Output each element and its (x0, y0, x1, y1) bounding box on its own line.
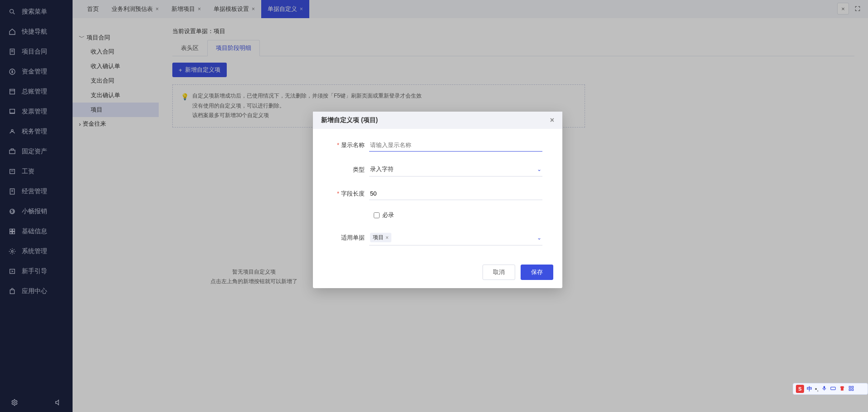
field-row-applyto: 适用单据 项目 × ⌄ (333, 230, 542, 245)
required-label: 必录 (382, 211, 394, 219)
add-custom-modal: 新增自定义项 (项目) × *显示名称 类型 录入字符 ⌄ *字段长度 (313, 112, 562, 288)
ime-skin-icon[interactable] (839, 385, 845, 393)
display-name-input[interactable] (369, 139, 542, 152)
required-checkbox[interactable] (374, 212, 380, 218)
modal-header: 新增自定义项 (项目) × (313, 112, 562, 129)
type-select[interactable]: 录入字符 ⌄ (369, 162, 542, 177)
modal-title: 新增自定义项 (项目) (321, 116, 378, 124)
chevron-down-icon: ⌄ (537, 166, 541, 172)
ime-tool-icon[interactable] (848, 385, 854, 393)
save-button[interactable]: 保存 (521, 265, 553, 280)
cancel-label: 取消 (493, 269, 505, 275)
ime-lang[interactable]: 中 (807, 385, 812, 393)
svg-rect-25 (824, 386, 825, 389)
ime-punct-icon[interactable]: •, (815, 386, 819, 392)
field-row-length: *字段长度 (333, 187, 542, 200)
applyto-tag-label: 项目 (373, 234, 384, 241)
field-row-required: 必录 (333, 211, 542, 219)
svg-rect-26 (831, 387, 836, 390)
field-label: 类型 (333, 166, 369, 174)
svg-rect-29 (849, 389, 851, 391)
field-row-display-name: *显示名称 (333, 139, 542, 152)
cancel-button[interactable]: 取消 (483, 265, 515, 280)
svg-rect-28 (852, 386, 853, 388)
modal-body: *显示名称 类型 录入字符 ⌄ *字段长度 必录 适用 (313, 129, 562, 261)
field-label: *字段长度 (333, 190, 369, 198)
modal-close-icon[interactable]: × (550, 116, 554, 124)
length-input[interactable] (369, 187, 542, 200)
ime-logo-icon: S (796, 385, 804, 393)
svg-rect-30 (852, 389, 853, 391)
field-label: 适用单据 (333, 234, 369, 242)
applyto-tag: 项目 × (370, 233, 391, 242)
ime-keyboard-icon[interactable] (830, 385, 836, 393)
label-text: 字段长度 (341, 190, 365, 197)
save-label: 保存 (531, 269, 543, 275)
svg-rect-27 (849, 386, 851, 388)
modal-footer: 取消 保存 (313, 261, 562, 288)
type-select-value: 录入字符 (370, 165, 394, 173)
field-row-type: 类型 录入字符 ⌄ (333, 162, 542, 177)
label-text: 类型 (353, 166, 365, 173)
field-label: *显示名称 (333, 141, 369, 149)
label-text: 适用单据 (341, 234, 365, 241)
chevron-down-icon: ⌄ (537, 235, 541, 241)
ime-mic-icon[interactable] (821, 385, 827, 392)
label-text: 显示名称 (341, 142, 365, 148)
applyto-select[interactable]: 项目 × ⌄ (369, 230, 542, 245)
ime-toolbar[interactable]: S 中 •, (793, 383, 868, 395)
tag-remove-icon[interactable]: × (385, 235, 389, 241)
